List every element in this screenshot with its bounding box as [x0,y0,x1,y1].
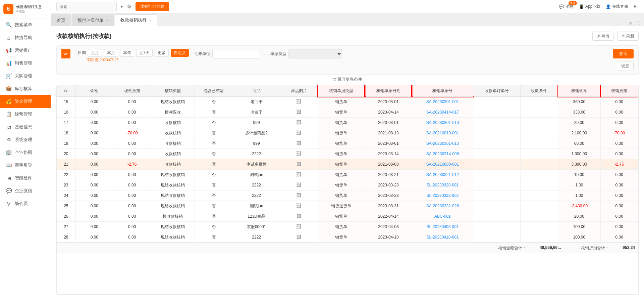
cell-voucher_bill_no[interactable]: SL-20230328-001 [412,180,473,190]
tab-receipt-offset[interactable]: 收款核销执行× [115,14,157,26]
date-filter-row: 日期 上月 本月 本年 近7天 更多 自定义 [78,49,189,57]
window-close-icon[interactable]: ✕ [629,20,633,26]
tab-close-receipt-offset[interactable]: × [149,18,151,22]
sidebar-item-sales[interactable]: 📊 销售管理 [0,57,51,70]
cell-no: 22 [57,170,75,180]
cell-voucher_bill_no[interactable]: SA-20230301-010 [412,118,473,128]
sidebar-item-company[interactable]: 🏢 企业协同 [0,146,51,159]
sidebar-item-marketing[interactable]: 📢 营销推广 [0,44,51,57]
date-btn-7days[interactable]: 近7天 [136,49,153,57]
industry-btn[interactable]: 体验行业方案 [136,2,169,11]
search-icon: 🔍 [5,22,12,28]
window-expand-icon[interactable]: ⛶ [635,20,640,26]
date-btn-this-year[interactable]: 本年 [120,49,134,57]
table-row: 250.000.00现结收款核销否测试jun🖼销货退货单2023-03-31SA… [57,201,638,211]
sidebar-item-smart-hw[interactable]: 🖥 智能硬件 [0,172,51,184]
sidebar-label-basic-info: 基础信息 [15,124,32,130]
cell-voucher_bill_no[interactable]: SL-20230418-001 [412,232,473,243]
cell-receipt_condition [520,211,558,222]
voucher-link[interactable]: SA-20230301-010 [426,120,459,125]
message-btn[interactable]: 💬 消息 99+ [559,4,574,9]
cell-offset_discount: 0.00 [600,232,638,243]
topbar-dropdown[interactable]: ▾ [121,4,123,9]
sidebar-item-search[interactable]: 🔍 搜索菜单 [0,18,51,31]
cell-including_settled: 否 [195,211,233,222]
voucher-link[interactable]: SA-20230331-026 [426,204,459,208]
expand-conditions-btn[interactable]: ▽ 展开更多条件 [56,77,639,82]
cell-no: 26 [57,211,75,222]
sidebar-item-wechat[interactable]: 💬 企业微信 [0,184,51,197]
sidebar: 6 畅捷通谐好生意 标准版 🔍 搜索菜单 ⌂ 快捷导航 📢 营销推广 📊 销售管… [0,0,51,300]
cell-voucher_bill_type: 销货单 [318,211,365,222]
cell-no: 20 [57,149,75,159]
gear-icon[interactable]: ⚙ [127,3,131,10]
voucher-type-select[interactable] [288,49,342,58]
tab-home[interactable]: 首页 [51,14,71,26]
cell-receipt_order_no [473,97,520,107]
date-btn-custom[interactable]: 自定义 [171,49,189,57]
voucher-link[interactable]: SA-20210808-001 [426,162,459,167]
refresh-btn[interactable]: ↺ 刷新 [617,32,639,41]
app-download-btn[interactable]: 📱 App下载 [579,4,600,9]
sales-icon: 📊 [5,60,12,66]
tab-close-prepay[interactable]: × [106,18,108,23]
voucher-link[interactable]: SA-20230301-010 [426,141,459,146]
cell-voucher_bill_no[interactable]: SA-20230321-012 [412,170,473,180]
page-title-row: 收款核销执行(按收款) ↗ 导出 ↺ 刷新 [56,32,639,41]
sidebar-item-operations[interactable]: 📋 经营管理 [0,108,51,121]
cell-voucher_bill_date: 2023-03-28 [365,190,412,201]
topbar-search-input[interactable] [56,2,117,11]
query-btn[interactable]: 查询 [613,49,634,58]
sidebar-item-inventory[interactable]: 📦 库存核算 [0,82,51,95]
sidebar-item-system[interactable]: ⚙ 系统管理 [0,133,51,146]
cell-goods: 老白干 [233,107,280,118]
voucher-link[interactable]: SA-20230414-017 [426,110,459,115]
cell-voucher_bill_no[interactable]: SL-20230408-001 [412,222,473,232]
voucher-link[interactable]: SA-20230321-012 [426,172,459,177]
counterparty-dots[interactable]: ··· [261,51,265,56]
cell-voucher_bill_no[interactable]: SA-20230301-001 [412,97,473,107]
date-btn-this-month[interactable]: 本月 [104,49,118,57]
counterparty-input[interactable] [212,49,259,58]
cell-voucher_bill_no[interactable]: SL-20230328-002 [412,190,473,201]
footer-total-discount-label: 核销折扣合计： [581,245,609,251]
voucher-link[interactable]: SL-20230328-002 [426,193,459,198]
expand-sidebar-btn[interactable]: ≫ [61,49,70,58]
voucher-link[interactable]: ABC-001 [434,214,451,219]
cell-voucher_bill_no[interactable]: SA-20230301-010 [412,138,473,149]
voucher-link[interactable]: SA-20230301-001 [426,99,459,104]
col-header-cash_discount: 现金折扣 [113,85,151,97]
cell-voucher_bill_no[interactable]: SA-20210813-001 [412,128,473,138]
export-btn[interactable]: ↗ 导出 [592,32,614,41]
settings-btn[interactable]: 设置 [617,61,634,71]
voucher-link[interactable]: SL-20230408-001 [426,224,459,229]
cell-voucher_bill_no[interactable]: ABC-001 [412,211,473,222]
voucher-link[interactable]: SA-20230314-008 [426,152,459,156]
sidebar-item-quick-nav[interactable]: ⌂ 快捷导航 [0,31,51,44]
table-row: 180.00-70.00收款核销否多计量商品2🖼销货单2021-08-13SA-… [57,128,638,138]
sidebar-label-purchase: 采购管理 [15,73,32,79]
cell-voucher_bill_no[interactable]: SA-20210808-001 [412,159,473,170]
cell-voucher_bill_no[interactable]: SA-20230314-008 [412,149,473,159]
sidebar-item-vip[interactable]: V 畅会员 [0,197,51,210]
voucher-link[interactable]: SL-20230418-001 [426,235,459,240]
cell-voucher_bill_type: 销货单 [318,222,365,232]
sidebar-item-finance[interactable]: 💰 资金管理 [0,95,51,108]
cell-voucher_bill_no[interactable]: SA-20230331-026 [412,201,473,211]
tabbar-controls: ✕ ⛶ [629,20,644,26]
cell-receipt_order_no [473,211,520,222]
online-service-btn[interactable]: 👤 在线客服 [606,4,628,9]
cell-voucher_bill_no[interactable]: SA-20230414-017 [412,107,473,118]
cell-goods: 999 [233,138,280,149]
sidebar-item-guide[interactable]: 📖 新手引导 [0,159,51,172]
voucher-link[interactable]: SA-20210813-001 [426,131,459,135]
date-btn-last-month[interactable]: 上月 [88,49,102,57]
sidebar-item-purchase[interactable]: 🛒 采购管理 [0,70,51,82]
user-label[interactable]: Rit [634,4,639,9]
cell-offset_discount: 0.00 [600,97,638,107]
voucher-link[interactable]: SL-20230328-001 [426,183,459,187]
tab-label-prepay: 预付冲应付单 [77,17,104,24]
tab-prepay[interactable]: 预付冲应付单× [72,14,114,26]
sidebar-item-basic-info[interactable]: 🗂 基础信息 [0,121,51,133]
date-btn-more[interactable]: 更多 [155,49,169,57]
